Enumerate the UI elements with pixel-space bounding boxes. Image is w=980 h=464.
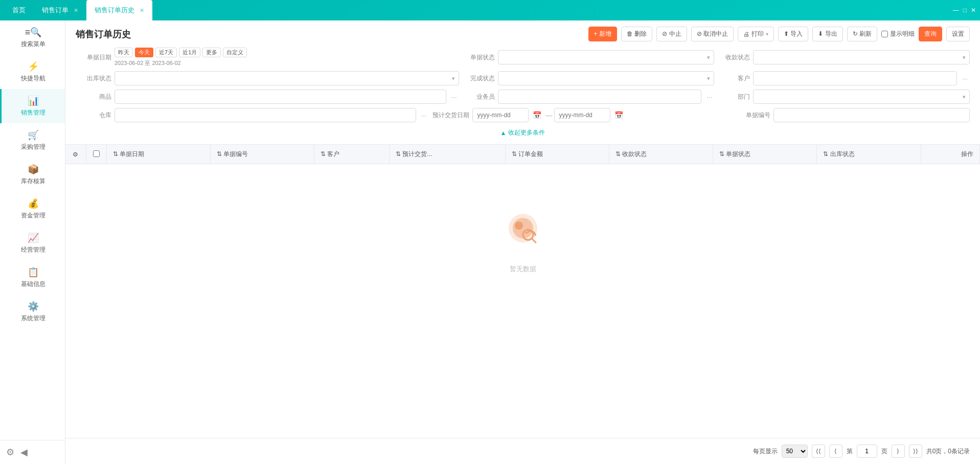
calendar-end-icon[interactable]: 📅 [612, 111, 625, 119]
payment-status-select-wrap: ▾ [753, 50, 970, 64]
customer-more-icon[interactable]: ··· [960, 75, 970, 82]
warehouse-more-icon[interactable]: ··· [419, 112, 429, 119]
sidebar-item-operation[interactable]: 📈 经营管理 [0, 226, 65, 260]
sidebar-item-purchase-mgmt-label: 采购管理 [21, 143, 45, 151]
query-button[interactable]: 查询 [919, 27, 942, 41]
col-customer-label: ⇅ 客户 [321, 150, 339, 158]
col-action: 操作 [921, 145, 979, 164]
col-checkbox[interactable] [86, 145, 106, 164]
department-select[interactable] [753, 90, 970, 104]
product-more-icon[interactable]: ··· [449, 93, 459, 101]
import-button[interactable]: ⬆ 导入 [778, 27, 808, 41]
prev-page-button[interactable]: ⟨ [829, 445, 842, 458]
show-detail-input[interactable] [881, 31, 888, 37]
refresh-button[interactable]: ↻ 刷新 [847, 27, 877, 41]
export-button[interactable]: ⬇ 导出 [812, 27, 842, 41]
date-btn-1month[interactable]: 近1月 [179, 48, 200, 57]
sidebar-item-finance[interactable]: 💰 资金管理 [0, 192, 65, 226]
collapse-row: ▲ 收起更多条件 [76, 126, 970, 139]
cancel-stop-button[interactable]: ⊘ 取消中止 [691, 27, 734, 41]
filter-customer: 客户 ··· [714, 71, 970, 85]
maximize-btn[interactable]: □ [963, 7, 967, 14]
total-text: 共0页，0条记录 [926, 447, 970, 456]
col-payment-status[interactable]: ⇅ 收款状态 [609, 145, 713, 164]
setting-button[interactable]: 设置 [946, 27, 970, 41]
shipment-status-select[interactable] [115, 71, 459, 85]
col-expected-delivery[interactable]: ⇅ 预计交货... [389, 145, 505, 164]
filter-row-3: 商品 ··· 业务员 ··· 部门 ▾ [76, 90, 970, 104]
tab-sales-order-close[interactable]: ✕ [74, 7, 78, 14]
col-payment-status-label: ⇅ 收款状态 [616, 150, 647, 158]
page-size-label: 每页显示 [753, 447, 778, 456]
order-number-input[interactable] [773, 108, 970, 122]
sidebar-item-quick-nav[interactable]: ⚡ 快捷导航 [0, 55, 65, 89]
page-number-input[interactable] [857, 445, 877, 458]
col-customer[interactable]: ⇅ 客户 [314, 145, 390, 164]
sidebar-item-basic-info-label: 基础信息 [21, 280, 45, 289]
pagination: 每页显示 10 20 50 100 ⟨⟨ ⟨ 第 页 ⟩ ⟩⟩ 共0页，0条记录 [65, 438, 980, 464]
date-btn-yesterday[interactable]: 昨天 [115, 48, 133, 57]
col-order-status[interactable]: ⇅ 单据状态 [713, 145, 817, 164]
sales-mgmt-icon: 📊 [28, 95, 39, 106]
sidebar-item-search-menu[interactable]: ≡🔍 搜索菜单 [0, 20, 65, 55]
col-order-date-label: ⇅ 单据日期 [113, 150, 144, 158]
select-all-checkbox[interactable] [93, 150, 100, 157]
sidebar-item-basic-info[interactable]: 📋 基础信息 [0, 260, 65, 295]
col-settings[interactable]: ⚙ [65, 145, 86, 164]
complete-status-select[interactable] [498, 71, 715, 85]
last-page-button[interactable]: ⟩⟩ [909, 445, 922, 458]
tab-home[interactable]: 首页 [4, 0, 34, 20]
col-shipment-status[interactable]: ⇅ 出库状态 [817, 145, 921, 164]
new-button[interactable]: + 新增 [588, 27, 617, 41]
close-btn[interactable]: ✕ [971, 7, 976, 14]
sidebar-item-sales-mgmt[interactable]: 📊 销售管理 [0, 89, 65, 123]
tab-sales-order-history[interactable]: 销售订单历史 ✕ [86, 0, 152, 20]
minimize-btn[interactable]: — [953, 7, 959, 14]
next-page-button[interactable]: ⟩ [892, 445, 905, 458]
date-btn-custom[interactable]: 自定义 [223, 48, 247, 57]
col-order-amount-label: ⇅ 订单金额 [512, 150, 543, 158]
complete-status-label: 完成状态 [459, 74, 495, 83]
date-btn-today[interactable]: 今天 [135, 48, 153, 57]
stop-button[interactable]: ⊘ 中止 [656, 27, 687, 41]
col-order-no[interactable]: ⇅ 单据编号 [210, 145, 314, 164]
tab-sales-order-history-close[interactable]: ✕ [140, 7, 144, 14]
expected-delivery-label: 预计交货日期 [428, 111, 469, 120]
order-status-select[interactable] [498, 50, 715, 64]
salesperson-input[interactable] [498, 90, 702, 104]
sidebar-collapse-icon[interactable]: ◀ [20, 447, 28, 458]
sidebar-item-inventory[interactable]: 📦 库存核算 [0, 158, 65, 192]
toolbar: + 新增 🗑 删除 ⊘ 中止 ⊘ 取消中止 🖨 🖨 打印 打印 ▾ ⬆ 导入 ⬇… [588, 27, 970, 41]
warehouse-input[interactable] [115, 108, 416, 122]
calendar-start-icon[interactable]: 📅 [531, 111, 543, 119]
tab-sales-order[interactable]: 销售订单 ✕ [34, 0, 86, 20]
col-order-amount[interactable]: ⇅ 订单金额 [505, 145, 609, 164]
date-btn-7days[interactable]: 近7天 [155, 48, 177, 57]
filter-expected-delivery: 预计交货日期 📅 — 📅 [428, 108, 734, 122]
filter-payment-status: 收款状态 ▾ [714, 50, 970, 64]
date-btn-more[interactable]: 更多 [202, 48, 221, 57]
page-suffix: 页 [881, 447, 887, 456]
filter-warehouse: 仓库 ··· [76, 108, 428, 122]
sidebar-item-purchase-mgmt[interactable]: 🛒 采购管理 [0, 123, 65, 158]
salesperson-more-icon[interactable]: ··· [704, 93, 714, 101]
expected-delivery-end[interactable] [554, 108, 610, 122]
expected-delivery-start[interactable] [472, 108, 529, 122]
product-input[interactable] [115, 90, 446, 104]
filter-department: 部门 ▾ [714, 90, 970, 104]
payment-status-select[interactable] [753, 50, 970, 64]
sidebar-item-system-mgmt[interactable]: ⚙️ 系统管理 [0, 295, 65, 329]
sidebar-item-search-menu-label: 搜索菜单 [21, 40, 45, 49]
sidebar-settings-icon[interactable]: ⚙ [6, 447, 14, 458]
expected-delivery-inputs: 📅 — 📅 [472, 108, 734, 122]
col-order-date[interactable]: ⇅ 单据日期 [106, 145, 210, 164]
collapse-button[interactable]: ▲ 收起更多条件 [500, 128, 545, 137]
show-detail-checkbox[interactable]: 显示明细 [881, 30, 915, 38]
page-size-select[interactable]: 10 20 50 100 [782, 445, 808, 458]
first-page-button[interactable]: ⟨⟨ [812, 445, 825, 458]
print-button[interactable]: 🖨 🖨 打印 打印 ▾ [738, 27, 774, 41]
purchase-mgmt-icon: 🛒 [28, 129, 39, 141]
delete-button[interactable]: 🗑 删除 [621, 27, 652, 41]
filter-complete-status: 完成状态 ▾ [459, 71, 715, 85]
customer-input[interactable] [753, 71, 957, 85]
